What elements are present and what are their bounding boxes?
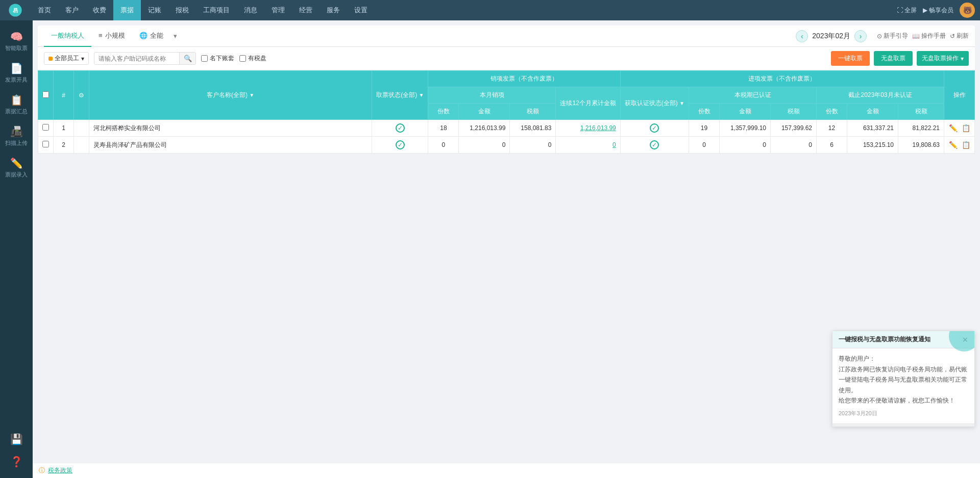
status-bar: ⓘ 税务政策 — [33, 463, 980, 478]
edit-icon[interactable]: ✏️ — [949, 124, 958, 132]
row-cert-status: ✓ — [620, 137, 689, 154]
tab-more-btn[interactable]: ▾ — [170, 32, 180, 40]
sidebar-label-invoice-summary: 票据汇总 — [5, 108, 28, 115]
nav-invoice[interactable]: 票据 — [113, 0, 141, 20]
sidebar-download[interactable]: 💾 — [0, 428, 33, 450]
checkbox-my-accounts-input[interactable] — [201, 55, 208, 62]
checkbox-has-disk[interactable]: 有税盘 — [239, 54, 266, 63]
th-sales-month: 本月销项 — [428, 87, 556, 104]
row-name: 灵寿县尚泽矿产品有限公司 — [89, 137, 372, 154]
one-click-ticket-btn[interactable]: 一键取票 — [831, 51, 870, 66]
th-settings: ⚙ — [74, 71, 89, 120]
th-purchase-group: 进项发票（不含作废票） — [620, 71, 944, 87]
tab-all[interactable]: 🌐 全能 — [132, 26, 170, 47]
notification-body: 尊敬的用户： 江苏政务网已恢复访问电子税务局功能，易代账一键登陆电子税务局与无盘… — [832, 348, 974, 423]
manual-btn[interactable]: 📖 操作手册 — [912, 32, 946, 40]
sidebar-bottom: 💾 ❓ — [0, 428, 33, 478]
search-btn[interactable]: 🔍 — [179, 53, 196, 64]
employee-dot — [48, 57, 53, 61]
member-btn[interactable]: ▶ 畅享会员 — [923, 6, 953, 15]
row-checkbox[interactable] — [38, 137, 54, 154]
nav-billing[interactable]: 收费 — [86, 0, 113, 20]
sidebar-item-scan[interactable]: 📠 扫描上传 — [0, 120, 33, 152]
detail-icon[interactable]: 📋 — [962, 124, 970, 132]
main-table: # ⚙ 客户名称(全部) ▼ 取票状态(全部) ▼ 销项发票（不含作废票） 进项… — [38, 70, 975, 154]
next-month-btn[interactable]: › — [854, 30, 867, 42]
row-sales-amount: 1,216,013.99 — [459, 120, 510, 137]
row-sales-tax: 158,081.83 — [510, 120, 556, 137]
search-input[interactable] — [94, 53, 179, 64]
diskless-ticket-btn[interactable]: 无盘取票 — [874, 51, 913, 66]
sidebar-help[interactable]: ❓ — [0, 450, 33, 473]
tab-small-scale[interactable]: ≡ 小规模 — [91, 26, 132, 47]
nav-tax[interactable]: 报税 — [168, 0, 196, 20]
current-month: 2023年02月 — [812, 32, 850, 41]
small-scale-icon: ≡ — [99, 32, 103, 39]
employee-select[interactable]: 全部员工 ▾ — [44, 52, 89, 65]
row-sales-amount: 0 — [459, 137, 510, 154]
th-sales-count: 份数 — [428, 104, 459, 120]
nav-home[interactable]: 首页 — [31, 0, 58, 20]
prev-month-btn[interactable]: ‹ — [796, 30, 808, 42]
row-pur-amount: 0 — [720, 137, 771, 154]
nav-operation[interactable]: 经营 — [292, 0, 320, 20]
checkbox-my-accounts[interactable]: 名下账套 — [201, 54, 234, 63]
nav-settings[interactable]: 设置 — [347, 0, 375, 20]
sidebar-item-smart-ticket[interactable]: 🧠 智能取票 — [0, 26, 33, 57]
refresh-btn[interactable]: ↺ 刷新 — [950, 32, 969, 40]
nav-business[interactable]: 工商项目 — [196, 0, 237, 20]
th-cert-status: 获取认证状态(全部) ▼ — [620, 87, 689, 120]
th-sales-cum: 连续12个月累计金额 — [556, 87, 620, 120]
th-sales-group: 销项发票（不含作废票） — [428, 71, 620, 87]
th-pur-count: 份数 — [689, 104, 720, 120]
tab-bar: 一般纳税人 ≡ 小规模 🌐 全能 ▾ ‹ 2023年02月 › ⊙ 新手引导 📖… — [38, 26, 975, 47]
select-all-checkbox[interactable] — [42, 91, 49, 98]
nav-bookkeeping[interactable]: 记账 — [141, 0, 168, 20]
cert-filter-icon[interactable]: ▼ — [679, 100, 684, 106]
nav-service[interactable]: 服务 — [320, 0, 347, 20]
top-nav-right: ⛶ 全屏 ▶ 畅享会员 🐻 — [897, 3, 975, 18]
logo[interactable]: 易 — [5, 0, 26, 20]
checkbox-has-disk-input[interactable] — [239, 55, 246, 62]
row-checkbox[interactable] — [38, 120, 54, 137]
table-row: 1 河北柯搭桦实业有限公司 ✓ 18 1,216,013.99 158,081.… — [38, 120, 975, 137]
th-pur-tax: 税额 — [771, 104, 817, 120]
table-row: 2 灵寿县尚泽矿产品有限公司 ✓ 0 0 0 0 ✓ 0 0 0 6 153,2… — [38, 137, 975, 154]
nav-manage[interactable]: 管理 — [264, 0, 292, 20]
nav-customer[interactable]: 客户 — [58, 0, 86, 20]
newbie-guide-btn[interactable]: ⊙ 新手引导 — [877, 32, 908, 40]
avatar[interactable]: 🐻 — [960, 3, 975, 18]
tax-policy-link[interactable]: 税务政策 — [48, 466, 72, 475]
row-num: 2 — [54, 137, 74, 154]
sidebar-item-invoice-summary[interactable]: 📋 票据汇总 — [0, 89, 33, 120]
row-cancel-status: ✓ — [372, 137, 428, 154]
row-name: 河北柯搭桦实业有限公司 — [89, 120, 372, 137]
row-action: ✏️ 📋 — [944, 137, 975, 154]
diskless-ticket-ops-btn[interactable]: 无盘取票操作 ▾ — [917, 51, 969, 66]
row-sales-count: 18 — [428, 120, 459, 137]
name-filter-icon[interactable]: ▼ — [249, 92, 254, 98]
tab-general-taxpayer[interactable]: 一般纳税人 — [44, 26, 91, 47]
detail-icon[interactable]: 📋 — [962, 141, 970, 149]
row-fut-count: 12 — [817, 120, 847, 137]
notification-greeting: 尊敬的用户： — [839, 354, 968, 364]
edit-icon[interactable]: ✏️ — [949, 141, 958, 149]
status-filter-icon[interactable]: ▼ — [419, 92, 424, 98]
row-fut-count: 6 — [817, 137, 847, 154]
fullscreen-btn[interactable]: ⛶ 全屏 — [897, 6, 917, 15]
notification-title: 一键报税与无盘取票功能恢复通知 — [839, 335, 930, 344]
th-num: # — [54, 71, 74, 120]
row-cancel-status: ✓ — [372, 120, 428, 137]
notification-scroll[interactable]: 尊敬的用户： 江苏政务网已恢复访问电子税务局功能，易代账一键登陆电子税务局与无盘… — [832, 348, 974, 423]
row-fut-tax: 81,822.21 — [898, 120, 944, 137]
notification-text1: 江苏政务网已恢复访问电子税务局功能，易代账一键登陆电子税务局与无盘取票相关功能可… — [839, 364, 968, 395]
nav-items: 首页 客户 收费 票据 记账 报税 工商项目 消息 管理 经营 服务 设置 — [31, 0, 897, 20]
nav-message[interactable]: 消息 — [237, 0, 264, 20]
sidebar-item-invoice-open[interactable]: 📄 发票开具 — [0, 57, 33, 89]
notification-date: 2023年3月20日 — [839, 409, 968, 418]
sidebar-label-smart-ticket: 智能取票 — [5, 44, 28, 52]
sidebar-item-ticket-entry[interactable]: ✏️ 票据录入 — [0, 152, 33, 184]
all-tab-icon: 🌐 — [139, 32, 148, 39]
th-name: 客户名称(全部) ▼ — [89, 71, 372, 120]
checkbox-my-accounts-label: 名下账套 — [210, 54, 234, 63]
